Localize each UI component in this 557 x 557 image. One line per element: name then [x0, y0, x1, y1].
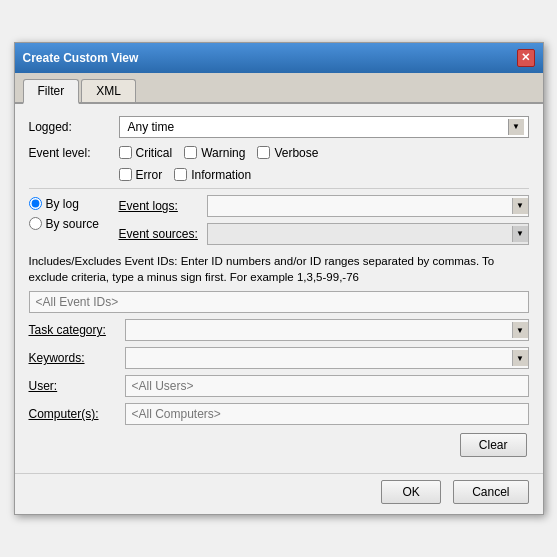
error-checkbox[interactable]	[119, 168, 132, 181]
event-sources-label: Event sources:	[119, 227, 201, 241]
radio-col: By log By source	[29, 197, 119, 245]
event-level-row: Event level: Critical Warning Verbose	[29, 146, 529, 160]
event-ids-input[interactable]	[29, 291, 529, 313]
bottom-buttons: OK Cancel	[15, 473, 543, 514]
event-logs-dropdown[interactable]: ▼	[207, 195, 529, 217]
event-logs-arrow: ▼	[512, 198, 528, 214]
task-category-dropdown[interactable]: ▼	[125, 319, 529, 341]
event-sources-arrow: ▼	[512, 226, 528, 242]
computer-input[interactable]	[125, 403, 529, 425]
checkbox-critical[interactable]: Critical	[119, 146, 173, 160]
logged-dropdown[interactable]: Any time ▼	[119, 116, 529, 138]
divider1	[29, 188, 529, 189]
tab-filter[interactable]: Filter	[23, 79, 80, 104]
keywords-arrow: ▼	[512, 350, 528, 366]
verbose-label: Verbose	[274, 146, 318, 160]
logged-row: Logged: Any time ▼	[29, 116, 529, 138]
keywords-label: Keywords:	[29, 351, 119, 365]
warning-label: Warning	[201, 146, 245, 160]
task-category-arrow: ▼	[512, 322, 528, 338]
event-sources-row: Event sources: ▼	[119, 223, 529, 245]
logged-value: Any time	[124, 120, 508, 134]
keywords-row: Keywords: ▼	[29, 347, 529, 369]
clear-button[interactable]: Clear	[460, 433, 527, 457]
computer-label: Computer(s):	[29, 407, 119, 421]
cancel-button[interactable]: Cancel	[453, 480, 528, 504]
logged-label: Logged:	[29, 120, 119, 134]
information-label: Information	[191, 168, 251, 182]
filter-content: Logged: Any time ▼ Event level: Critical…	[15, 104, 543, 473]
verbose-checkbox[interactable]	[257, 146, 270, 159]
checkboxes-row2: Error Information	[119, 168, 529, 182]
by-log-label: By log	[46, 197, 79, 211]
event-level-label: Event level:	[29, 146, 119, 160]
warning-checkbox[interactable]	[184, 146, 197, 159]
by-source-label: By source	[46, 217, 99, 231]
checkbox-verbose[interactable]: Verbose	[257, 146, 318, 160]
task-category-label: Task category:	[29, 323, 119, 337]
event-logs-label: Event logs:	[119, 199, 201, 213]
title-bar: Create Custom View ✕	[15, 43, 543, 73]
tab-xml[interactable]: XML	[81, 79, 136, 102]
event-sources-dropdown[interactable]: ▼	[207, 223, 529, 245]
checkbox-error[interactable]: Error	[119, 168, 163, 182]
radio-fields: Event logs: ▼ Event sources: ▼	[119, 195, 529, 245]
user-input[interactable]	[125, 375, 529, 397]
logged-dropdown-arrow: ▼	[508, 119, 524, 135]
checkbox-warning[interactable]: Warning	[184, 146, 245, 160]
tab-bar: Filter XML	[15, 73, 543, 104]
by-source-radio-item[interactable]: By source	[29, 217, 119, 231]
critical-label: Critical	[136, 146, 173, 160]
user-row: User:	[29, 375, 529, 397]
computer-row: Computer(s):	[29, 403, 529, 425]
event-logs-row: Event logs: ▼	[119, 195, 529, 217]
checkbox-information[interactable]: Information	[174, 168, 251, 182]
radio-section: By log By source Event logs: ▼ Event sou…	[29, 195, 529, 245]
by-log-radio-item[interactable]: By log	[29, 197, 119, 211]
ok-button[interactable]: OK	[381, 480, 441, 504]
keywords-dropdown[interactable]: ▼	[125, 347, 529, 369]
by-log-radio[interactable]	[29, 197, 42, 210]
dialog-title: Create Custom View	[23, 51, 139, 65]
user-label: User:	[29, 379, 119, 393]
info-text: Includes/Excludes Event IDs: Enter ID nu…	[29, 253, 529, 285]
create-custom-view-dialog: Create Custom View ✕ Filter XML Logged: …	[14, 42, 544, 515]
information-checkbox[interactable]	[174, 168, 187, 181]
by-source-radio[interactable]	[29, 217, 42, 230]
clear-button-row: Clear	[29, 433, 529, 457]
error-label: Error	[136, 168, 163, 182]
critical-checkbox[interactable]	[119, 146, 132, 159]
task-category-row: Task category: ▼	[29, 319, 529, 341]
close-button[interactable]: ✕	[517, 49, 535, 67]
